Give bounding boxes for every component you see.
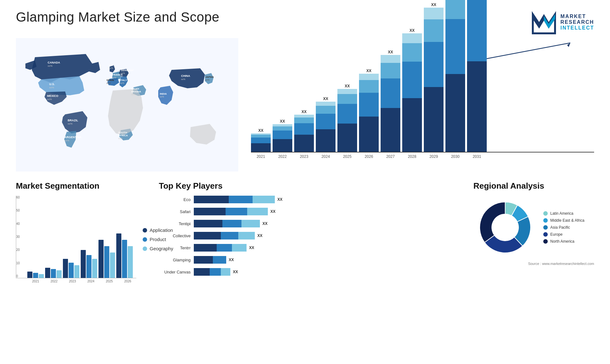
seg-bar [51, 269, 56, 278]
player-bar-seg [213, 256, 226, 264]
bar-year-label: 2030 [445, 154, 465, 159]
svg-text:xx%: xx% [49, 86, 54, 89]
bar-year-label: 2024 [316, 154, 336, 159]
bar-chart-x-labels: 2021202220232024202520262027202820292030… [251, 154, 594, 159]
svg-text:xx%: xx% [48, 64, 52, 67]
players-list: EcoXXSafariXXTentipiXXCollectiveXXTentrr… [159, 196, 464, 278]
svg-text:U.K.: U.K. [109, 64, 114, 67]
seg-x-label: 2023 [64, 280, 81, 283]
bottom-row: Market Segmentation 60 50 40 30 20 10 0 [0, 181, 610, 283]
player-bar-seg [222, 220, 241, 227]
player-bar-seg [194, 268, 210, 276]
bar-stack [316, 102, 336, 152]
player-bar-seg [247, 208, 268, 215]
player-bar-seg [194, 220, 222, 227]
player-row: CollectiveXX [159, 232, 464, 239]
logo-text: MARKET RESEARCH INTELLECT [560, 14, 594, 31]
bar-stack [445, 0, 465, 152]
bar-segment [273, 131, 292, 139]
svg-text:xx%: xx% [68, 122, 72, 125]
bar-segment [359, 74, 379, 80]
player-bar [194, 244, 247, 252]
legend-dot-product [143, 237, 147, 242]
svg-text:SOUTH: SOUTH [118, 131, 127, 134]
bar-group: XX [316, 97, 336, 152]
svg-text:JAPAN: JAPAN [205, 76, 214, 78]
bar-group: XX [294, 110, 314, 152]
player-bar-seg [238, 232, 255, 239]
bar-year-label: 2027 [381, 154, 400, 159]
player-row: SafariXX [159, 208, 464, 215]
bar-label-top: XX [280, 119, 285, 124]
svg-text:xx%: xx% [109, 67, 113, 69]
player-bar [194, 196, 275, 203]
bar-group: XX [359, 69, 379, 152]
seg-bar [110, 253, 115, 278]
bar-label-top: XX [410, 28, 415, 33]
bar-segment [251, 138, 271, 143]
bar-group: XX [273, 119, 292, 152]
segmentation-section: Market Segmentation 60 50 40 30 20 10 0 [16, 181, 149, 283]
regional-legend-dot [543, 239, 548, 244]
player-bar-seg [232, 244, 247, 252]
player-bar-seg [194, 244, 217, 252]
svg-text:xx%: xx% [118, 137, 122, 139]
player-bar [194, 220, 260, 227]
player-name: Tentrr [159, 246, 191, 250]
seg-bar [57, 270, 62, 278]
svg-text:xx%: xx% [47, 98, 52, 101]
seg-x-label: 2021 [27, 280, 44, 283]
player-bar-seg [217, 244, 232, 252]
bar-segment [424, 42, 444, 87]
player-bar-value: XX [233, 270, 238, 274]
bar-year-label: 2025 [337, 154, 357, 159]
player-bar-value: XX [277, 197, 282, 202]
player-name: Glamping [159, 258, 191, 262]
player-bar [194, 268, 230, 276]
player-bar [194, 232, 255, 239]
svg-text:xx%: xx% [64, 139, 69, 142]
map-container: CANADA xx% U.S. xx% MEXICO xx% BRAZIL xx… [16, 38, 238, 172]
header: Glamping Market Size and Scope MARKET RE… [0, 0, 610, 38]
svg-text:xx%: xx% [120, 82, 124, 84]
bar-stack [381, 55, 400, 152]
seg-chart-wrapper: 60 50 40 30 20 10 0 20212022202320242025… [16, 196, 136, 283]
bar-segment [337, 104, 357, 124]
player-bar-seg [226, 208, 247, 215]
seg-x-label: 2026 [119, 280, 136, 283]
regional-legend-dot [543, 232, 548, 237]
world-map-svg: CANADA xx% U.S. xx% MEXICO xx% BRAZIL xx… [16, 38, 238, 172]
bar-year-label: 2023 [294, 154, 314, 159]
bar-segment [402, 43, 422, 62]
svg-text:SPAIN: SPAIN [106, 79, 114, 82]
seg-bar [63, 259, 68, 278]
player-row: TentipiXX [159, 220, 464, 227]
logo-area: MARKET RESEARCH INTELLECT [531, 10, 594, 35]
donut-inner [492, 214, 518, 241]
bar-stack [467, 0, 487, 152]
page-title: Glamping Market Size and Scope [16, 10, 220, 25]
bar-segment [359, 93, 379, 117]
seg-bar-group [63, 259, 79, 278]
player-bar-container: XX [194, 268, 238, 276]
player-bar-seg [194, 208, 226, 215]
regional-section: Regional Analysis Latin AmericaMiddle Ea… [473, 181, 594, 283]
bar-segment [445, 0, 465, 19]
regional-legend: Latin AmericaMiddle East & AfricaAsia Pa… [543, 211, 584, 244]
bar-label-top: XX [258, 128, 263, 133]
svg-text:INDIA: INDIA [160, 92, 167, 95]
bar-year-label: 2021 [251, 154, 271, 159]
seg-bar [92, 259, 97, 278]
seg-bar [116, 233, 121, 278]
bar-chart-container: XXXXXXXXXXXXXXXXXXXXXX 20212022202320242… [251, 38, 594, 172]
seg-bar [39, 274, 44, 278]
svg-text:xx%: xx% [121, 72, 125, 74]
bar-label-top: XX [366, 69, 371, 73]
seg-bar [69, 263, 74, 278]
svg-text:ARGENTINA: ARGENTINA [64, 136, 82, 139]
bar-stack [337, 89, 357, 152]
regional-title: Regional Analysis [473, 181, 594, 191]
svg-text:ARABIA: ARABIA [131, 90, 141, 93]
players-section: Top Key Players EcoXXSafariXXTentipiXXCo… [159, 181, 464, 283]
bar-year-label: 2031 [467, 154, 487, 159]
